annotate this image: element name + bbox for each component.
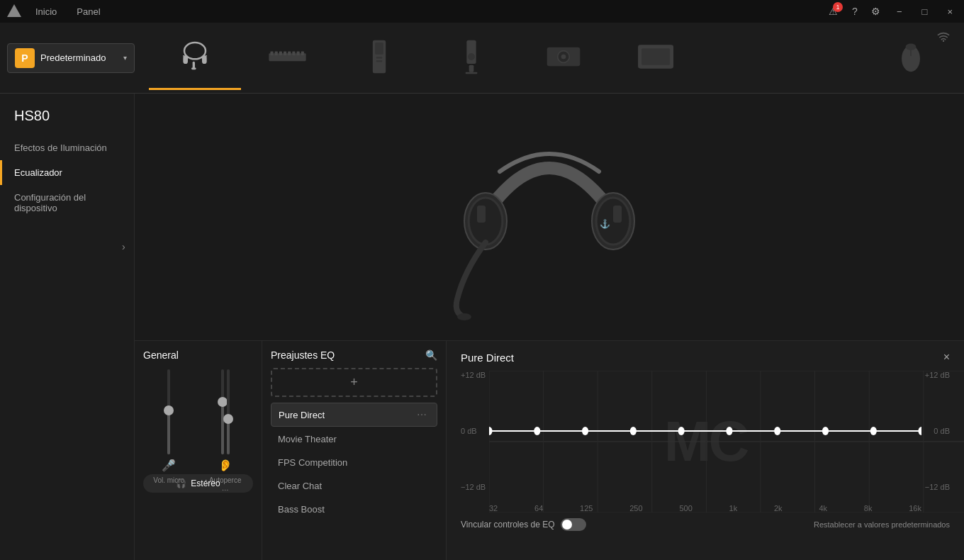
- eq-close-button[interactable]: ×: [943, 351, 950, 364]
- eq-dot-7[interactable]: [822, 427, 829, 435]
- device-ssd[interactable]: [333, 26, 425, 90]
- eq-dot-3[interactable]: [630, 427, 637, 435]
- eq-dot-8[interactable]: [870, 427, 877, 435]
- eq-chart: MC +12 dB 0 dB −12 dB +12 dB 0 dB −12 dB: [461, 371, 950, 513]
- nav-inicio[interactable]: Inicio: [26, 4, 67, 20]
- preset-item-movie-theater[interactable]: Movie Theater: [271, 428, 437, 450]
- svg-point-33: [943, 40, 944, 41]
- eq-dot-5[interactable]: [726, 427, 732, 435]
- device-ram[interactable]: [241, 26, 333, 90]
- svg-rect-9: [270, 51, 273, 55]
- freq-500: 500: [679, 504, 692, 513]
- mic-volume-fill: [167, 412, 170, 454]
- general-panel: General 🎤 Vol. micro: [135, 341, 262, 560]
- mic-volume-thumb[interactable]: [164, 405, 174, 415]
- headset-preview: ⚓: [135, 94, 964, 335]
- svg-rect-10: [274, 51, 277, 55]
- eq-dot-2[interactable]: [582, 427, 588, 435]
- minimize-button[interactable]: −: [891, 0, 908, 23]
- device-speaker[interactable]: [425, 26, 517, 90]
- preset-menu-pure-direct[interactable]: ⋯: [414, 409, 430, 420]
- svg-point-27: [561, 55, 566, 60]
- ram-thumb: [266, 35, 308, 78]
- sidebar-item-equalizer[interactable]: Ecualizador: [0, 160, 134, 185]
- link-eq-toggle[interactable]: [561, 518, 586, 531]
- svg-point-35: [470, 198, 501, 244]
- sidebar-expand-icon[interactable]: ›: [122, 241, 125, 252]
- svg-rect-42: [477, 206, 486, 223]
- auto-percep-slider-group: 👂 Autoperce…: [208, 369, 243, 492]
- svg-rect-43: [613, 206, 622, 223]
- eq-bottom-controls: Vincular controles de EQ Restablecer a v…: [461, 518, 950, 531]
- svg-point-7: [191, 67, 196, 69]
- mic-volume-track[interactable]: [167, 369, 170, 454]
- maximize-button[interactable]: □: [917, 0, 934, 23]
- auto-percep-track2[interactable]: [227, 369, 230, 454]
- eq-dot-9[interactable]: [918, 427, 921, 435]
- eq-panel-title: Pure Direct: [461, 352, 514, 364]
- device-headset[interactable]: [149, 26, 241, 90]
- svg-text:⚓: ⚓: [600, 218, 610, 229]
- device-capture[interactable]: [517, 26, 610, 90]
- freq-1k: 1k: [729, 504, 738, 513]
- preset-label-movie-theater: Movie Theater: [278, 434, 430, 444]
- ssd-thumb: [358, 35, 400, 78]
- headset-thumb: [174, 35, 216, 78]
- eq-search-button[interactable]: 🔍: [425, 349, 437, 361]
- titlebar: Inicio Panel ⚠ 1 ? ⚙ − □ ×: [0, 0, 964, 23]
- freq-250: 250: [629, 504, 642, 513]
- nav-panel[interactable]: Panel: [67, 4, 110, 20]
- titlebar-right: ⚠ 1 ? ⚙ − □ ×: [827, 0, 958, 23]
- eq-dot-0[interactable]: [489, 427, 493, 435]
- mousepad-thumb: [634, 35, 677, 78]
- svg-rect-24: [466, 72, 478, 74]
- device-mouse[interactable]: [865, 26, 957, 90]
- svg-rect-8: [269, 53, 306, 61]
- profile-arrow-icon: ▾: [123, 54, 127, 62]
- eq-label-plus12: +12 dB: [461, 371, 486, 379]
- eq-panel-header: Pure Direct ×: [461, 351, 950, 364]
- corsair-logo: [6, 3, 23, 20]
- svg-point-41: [457, 313, 471, 320]
- link-eq-label: Vincular controles de EQ: [461, 520, 555, 530]
- preset-label-clear-chat: Clear Chat: [278, 481, 430, 491]
- sidebar-item-lighting[interactable]: Efectos de Iluminación: [0, 135, 134, 160]
- speaker-thumb: [450, 35, 493, 78]
- svg-rect-19: [376, 57, 382, 59]
- preset-item-bass-boost[interactable]: Bass Boost: [271, 498, 437, 520]
- svg-rect-16: [301, 51, 303, 55]
- eq-freq-labels: 32 64 125 250 500 1k 2k 4k 8k 16k: [489, 504, 921, 513]
- notification-badge: 1: [833, 2, 843, 12]
- profile-selector[interactable]: P Predeterminado ▾: [7, 43, 135, 73]
- thumb2[interactable]: [223, 414, 233, 424]
- preset-list: Pure Direct ⋯ Movie Theater FPS Competit…: [271, 403, 437, 520]
- settings-icon[interactable]: ⚙: [870, 5, 882, 18]
- sidebar-item-device-config[interactable]: Configuración del dispositivo: [0, 185, 134, 220]
- eq-labels-left: +12 dB 0 dB −12 dB: [461, 371, 486, 491]
- thumb1[interactable]: [218, 397, 228, 407]
- svg-point-1: [184, 43, 206, 59]
- close-button[interactable]: ×: [941, 0, 958, 23]
- eq-label-minus12: −12 dB: [461, 483, 486, 491]
- device-mousepad[interactable]: [610, 26, 702, 90]
- profile-icon: P: [15, 48, 35, 68]
- eq-dot-4[interactable]: [678, 427, 685, 435]
- freq-8k: 8k: [864, 504, 873, 513]
- eq-dot-1[interactable]: [534, 427, 540, 435]
- auto-percep-track1[interactable]: [221, 369, 224, 454]
- reset-eq-button[interactable]: Restablecer a valores predeterminados: [814, 520, 950, 529]
- svg-marker-0: [7, 4, 21, 17]
- preset-item-pure-direct[interactable]: Pure Direct ⋯: [271, 403, 437, 427]
- help-icon[interactable]: ?: [848, 5, 861, 18]
- toggle-knob: [562, 520, 572, 530]
- notification-icon[interactable]: ⚠ 1: [827, 5, 840, 18]
- stereo-label: Estéreo: [191, 478, 220, 488]
- devicebar: P Predeterminado ▾: [0, 23, 964, 94]
- add-preset-button[interactable]: +: [271, 368, 437, 397]
- svg-rect-14: [292, 51, 295, 55]
- svg-rect-15: [296, 51, 299, 55]
- svg-rect-12: [284, 51, 286, 55]
- preset-item-clear-chat[interactable]: Clear Chat: [271, 475, 437, 497]
- preset-item-fps-competition[interactable]: FPS Competition: [271, 452, 437, 474]
- eq-dot-6[interactable]: [774, 427, 780, 435]
